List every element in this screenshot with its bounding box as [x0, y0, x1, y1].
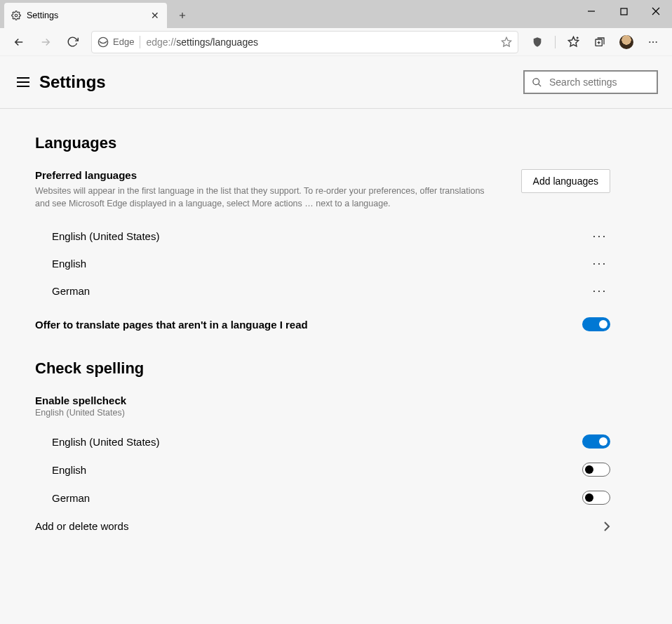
enable-spellcheck-label: Enable spellcheck	[35, 394, 610, 406]
language-name: English	[52, 258, 86, 270]
avatar-icon	[619, 35, 633, 49]
address-bar[interactable]: Edge edge://settings/languages	[91, 31, 518, 53]
settings-header: Settings	[0, 56, 672, 109]
spellcheck-lang-name: English (United States)	[35, 436, 159, 448]
shield-icon[interactable]	[525, 31, 549, 53]
maximize-button[interactable]	[607, 0, 640, 22]
gear-icon	[11, 11, 21, 20]
site-identity: Edge	[98, 36, 134, 48]
search-input[interactable]	[549, 77, 672, 88]
forward-button[interactable]	[34, 31, 58, 53]
window-controls	[575, 0, 672, 22]
svg-point-0	[15, 14, 18, 17]
spellcheck-toggle[interactable]	[582, 434, 610, 449]
translate-label: Offer to translate pages that aren't in …	[35, 319, 308, 331]
more-menu-button[interactable]	[641, 31, 665, 53]
spellcheck-lang-name: German	[35, 492, 90, 504]
more-actions-icon[interactable]: ···	[589, 284, 610, 298]
svg-point-10	[652, 41, 654, 42]
add-languages-button[interactable]: Add languages	[521, 169, 610, 193]
spellcheck-toggle[interactable]	[582, 491, 610, 505]
add-delete-words-label: Add or delete words	[35, 520, 128, 532]
tab-title: Settings	[27, 11, 143, 20]
spellcheck-lang-row: English	[35, 456, 610, 484]
star-icon[interactable]	[501, 36, 512, 48]
svg-rect-2	[621, 8, 627, 15]
enable-spellcheck-row: Enable spellcheck English (United States…	[35, 394, 610, 418]
spellcheck-lang-row: English (United States)	[35, 427, 610, 456]
menu-icon[interactable]	[14, 73, 32, 91]
svg-point-11	[656, 41, 657, 42]
more-actions-icon[interactable]: ···	[589, 229, 610, 244]
preferred-languages-desc: Websites will appear in the first langua…	[35, 185, 491, 210]
language-name: German	[52, 285, 90, 297]
language-list: English (United States) ··· English ··· …	[35, 223, 610, 305]
site-identity-label: Edge	[113, 36, 134, 47]
search-icon	[532, 77, 542, 88]
collections-icon[interactable]	[588, 31, 612, 53]
window-titlebar: Settings ✕	[0, 0, 672, 28]
spellcheck-toggle[interactable]	[582, 463, 610, 477]
more-actions-icon[interactable]: ···	[589, 256, 610, 271]
settings-content: Languages Preferred languages Websites w…	[0, 109, 645, 566]
favorites-icon[interactable]	[561, 31, 585, 53]
profile-button[interactable]	[614, 31, 638, 53]
enable-spellcheck-sub: English (United States)	[35, 408, 610, 418]
minimize-button[interactable]	[575, 0, 607, 22]
search-settings[interactable]	[523, 70, 658, 94]
chevron-right-icon	[603, 522, 610, 531]
translate-toggle[interactable]	[582, 317, 610, 331]
url-text: edge://settings/languages	[146, 36, 258, 48]
svg-point-15	[533, 78, 539, 84]
new-tab-button[interactable]	[171, 4, 194, 27]
preferred-languages-label: Preferred languages	[35, 169, 491, 181]
browser-toolbar: Edge edge://settings/languages	[0, 28, 672, 56]
page-title: Settings	[39, 72, 106, 92]
language-item: English ···	[35, 250, 610, 277]
language-item: German ···	[35, 277, 610, 305]
browser-tab[interactable]: Settings ✕	[4, 3, 167, 28]
language-name: English (United States)	[52, 230, 159, 242]
translate-toggle-row: Offer to translate pages that aren't in …	[35, 310, 610, 338]
preferred-languages-row: Preferred languages Websites will appear…	[35, 169, 610, 210]
svg-marker-4	[502, 37, 511, 46]
refresh-button[interactable]	[60, 31, 84, 53]
back-button[interactable]	[7, 31, 31, 53]
spelling-heading: Check spelling	[35, 359, 610, 378]
divider	[555, 36, 556, 48]
svg-line-16	[538, 84, 541, 86]
language-item: English (United States) ···	[35, 223, 610, 250]
svg-point-9	[649, 41, 650, 42]
languages-heading: Languages	[35, 134, 610, 152]
divider	[140, 36, 140, 48]
spellcheck-lang-row: German	[35, 484, 610, 512]
add-delete-words-row[interactable]: Add or delete words	[35, 512, 610, 540]
close-window-button[interactable]	[640, 0, 672, 22]
spellcheck-lang-name: English	[35, 464, 86, 476]
close-tab-icon[interactable]: ✕	[149, 9, 161, 22]
